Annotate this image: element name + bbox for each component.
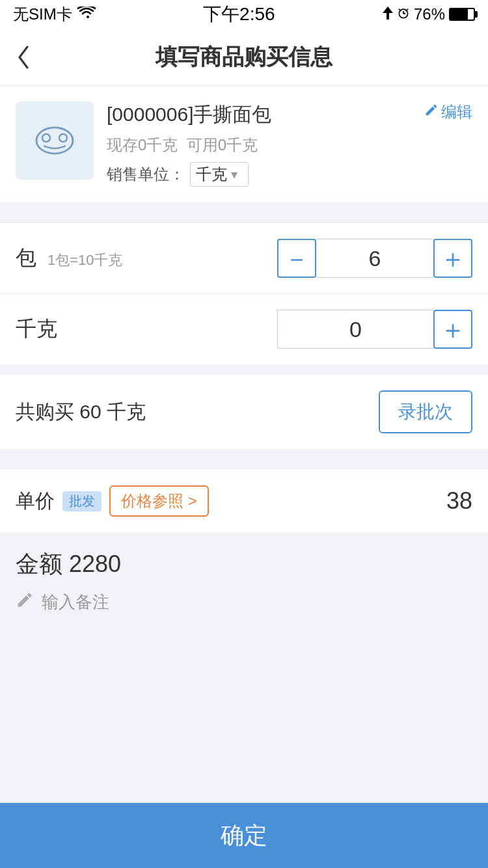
remark-label: 输入备注 <box>42 591 109 614</box>
confirm-label: 确定 <box>221 820 267 852</box>
battery-percent: 76% <box>414 5 445 23</box>
product-stock: 现存0千克 可用0千克 <box>107 135 472 156</box>
bao-input-section: 包 1包=10千克 － ＋ 千克 ＋ <box>0 223 488 364</box>
amount-section: 金额 2280 输入备注 <box>0 533 488 621</box>
status-time: 下午2:56 <box>203 2 275 27</box>
kg-label: 千克 <box>16 315 277 344</box>
product-name: [0000006]手撕面包 <box>107 102 472 128</box>
back-button[interactable] <box>16 44 31 70</box>
divider-1 <box>0 213 488 223</box>
price-ref-button[interactable]: 价格参照 > <box>109 485 209 517</box>
total-label: 共购买 60 千克 <box>16 399 146 426</box>
bao-qty-input[interactable] <box>316 239 433 278</box>
kg-qty-input[interactable] <box>277 310 433 349</box>
divider-3 <box>0 459 488 470</box>
bao-plus-button[interactable]: ＋ <box>433 239 472 278</box>
product-unit: 销售单位： 千克 ▾ <box>107 162 472 187</box>
amount-row: 金额 2280 <box>16 549 472 580</box>
total-row: 共购买 60 千克 录批次 <box>0 375 488 449</box>
unit-select[interactable]: 千克 ▾ <box>190 162 249 187</box>
price-value: 38 <box>446 487 472 515</box>
nav-bar: 填写商品购买信息 <box>0 29 488 86</box>
product-card-section: [0000006]手撕面包 现存0千克 可用0千克 销售单位： 千克 ▾ 编辑 <box>0 86 488 202</box>
bao-minus-button[interactable]: － <box>277 239 316 278</box>
kg-row: 千克 ＋ <box>0 294 488 364</box>
battery-icon <box>449 8 475 21</box>
kg-plus-button[interactable]: ＋ <box>433 310 472 349</box>
bao-label: 包 1包=10千克 <box>16 244 277 273</box>
status-right: 76% <box>383 5 475 23</box>
wifi-icon <box>77 5 96 23</box>
price-label: 单价 批发 价格参照 > <box>16 485 209 517</box>
bao-qty-control: － ＋ <box>277 239 472 278</box>
edit-icon <box>424 103 439 121</box>
chevron-down-icon: ▾ <box>231 167 237 182</box>
confirm-button[interactable]: 确定 <box>0 803 488 868</box>
svg-point-1 <box>36 128 73 154</box>
wholesale-badge: 批发 <box>62 491 102 511</box>
bao-row: 包 1包=10千克 － ＋ <box>0 223 488 294</box>
kg-qty-control: ＋ <box>277 310 472 349</box>
carrier-label: 无SIM卡 <box>13 4 72 25</box>
location-icon <box>383 5 393 23</box>
svg-point-3 <box>59 134 67 142</box>
page-title: 填写商品购买信息 <box>156 42 332 72</box>
product-info: [0000006]手撕面包 现存0千克 可用0千克 销售单位： 千克 ▾ <box>107 102 472 187</box>
divider-2 <box>0 364 488 375</box>
status-left: 无SIM卡 <box>13 4 96 25</box>
edit-button[interactable]: 编辑 <box>424 102 472 122</box>
product-card: [0000006]手撕面包 现存0千克 可用0千克 销售单位： 千克 ▾ 编辑 <box>0 86 488 202</box>
price-row: 单价 批发 价格参照 > 38 <box>0 470 488 533</box>
batch-button[interactable]: 录批次 <box>379 390 472 433</box>
remark-row[interactable]: 输入备注 <box>16 591 472 614</box>
pencil-icon <box>16 591 34 614</box>
price-section: 单价 批发 价格参照 > 38 <box>0 470 488 533</box>
alarm-icon <box>397 5 410 23</box>
svg-point-2 <box>42 134 50 142</box>
status-bar: 无SIM卡 下午2:56 76% <box>0 0 488 29</box>
product-thumbnail <box>16 102 94 180</box>
